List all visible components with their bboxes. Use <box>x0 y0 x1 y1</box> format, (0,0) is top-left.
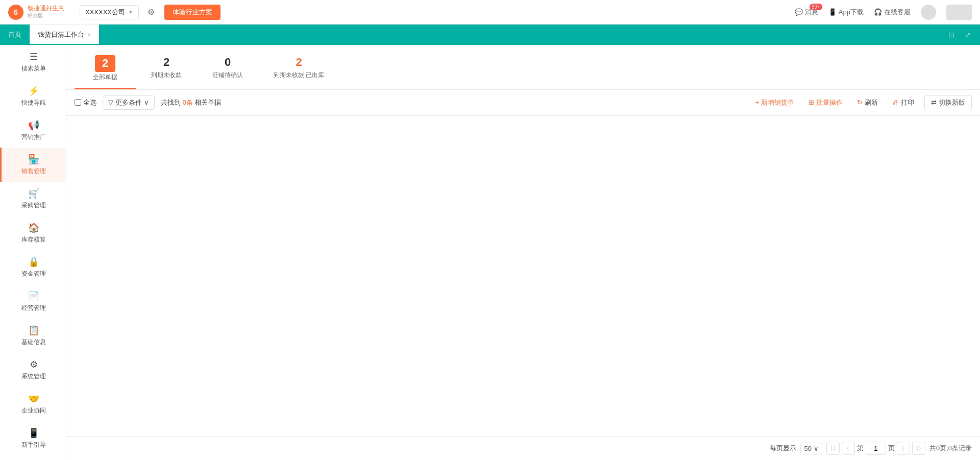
found-text: 共找到 0条 相关单据 <box>161 98 221 107</box>
sales-icon: 🏪 <box>28 154 39 165</box>
settings-icon[interactable]: ⚙ <box>143 4 159 20</box>
page-first-button[interactable]: ⟨⟨ <box>826 442 840 455</box>
sidebar-item-system[interactable]: ⚙ 系统管理 <box>0 353 66 387</box>
stat-label-all: 全部单据 <box>93 73 117 82</box>
sidebar-item-app-center[interactable]: 🎁 应用中心 <box>0 455 66 460</box>
refresh-button[interactable]: ↻ 刷新 <box>853 96 882 109</box>
app-icon: 📱 <box>828 8 837 16</box>
basic-info-icon: 📋 <box>28 325 39 336</box>
minimize-icon[interactable]: ⊡ <box>945 29 958 41</box>
batch-icon: ⊞ <box>808 99 814 106</box>
print-label: 打印 <box>901 98 914 107</box>
batch-operation-button[interactable]: ⊞ 批量操作 <box>804 96 847 109</box>
pagination: 每页显示 50 ∨ ⟨⟨ ⟨ 第 页 ⟩ ⟩⟩ 共0页,0条记录 <box>66 436 980 460</box>
tab-close-icon[interactable]: × <box>87 31 91 38</box>
logo-area: 6 畅捷通好生意 标准版 <box>8 5 75 20</box>
sidebar-label-search-menu: 搜索菜单 <box>21 64 46 73</box>
page-last-button[interactable]: ⟩⟩ <box>912 442 925 455</box>
stat-tab-all[interactable]: 2 全部单据 <box>75 51 136 89</box>
stat-num-shipped: 2 <box>296 55 302 70</box>
sidebar-item-marketing[interactable]: 📢 营销推广 <box>0 113 66 148</box>
filter-chevron-icon: ∨ <box>144 99 149 106</box>
logo-text: 畅捷通好生意 <box>28 5 64 13</box>
tab-active[interactable]: 钱货日清工作台 × <box>30 25 99 45</box>
stat-tab-shipped[interactable]: 2 到期未收款 已出库 <box>258 51 339 89</box>
sidebar-item-guide[interactable]: 📱 新手引导 <box>0 421 66 455</box>
page-next-button[interactable]: ⟩ <box>897 442 910 455</box>
total-info: 共0页,0条记录 <box>929 444 972 453</box>
tab-home[interactable]: 首页 <box>0 25 30 45</box>
sidebar-item-search-menu[interactable]: ☰ 搜索菜单 <box>0 45 66 79</box>
online-service-action[interactable]: 🎧 在线客服 <box>874 8 911 17</box>
maximize-icon[interactable]: ⤢ <box>962 29 974 41</box>
page-label: 页 <box>888 444 895 453</box>
refresh-icon: ↻ <box>857 99 863 106</box>
chevron-down-icon: ▼ <box>128 9 133 15</box>
service-icon: 🎧 <box>874 8 882 16</box>
system-icon: ⚙ <box>30 359 38 370</box>
app-download-action[interactable]: 📱 App下载 <box>828 8 864 17</box>
avatar-placeholder <box>946 5 972 20</box>
refresh-label: 刷新 <box>865 98 878 107</box>
found-count: 0条 <box>183 99 193 106</box>
top-header: 6 畅捷通好生意 标准版 XXXXXX公司 ▼ ⚙ 体验行业方案 💬 消息 99… <box>0 0 980 25</box>
page-first-label: 第 <box>857 444 864 453</box>
filter-button[interactable]: ▽ 更多条件 ∨ <box>103 95 155 110</box>
sidebar-item-finance[interactable]: 🔒 资金管理 <box>0 250 66 284</box>
toolbar-right: + 新增销货单 ⊞ 批量操作 ↻ 刷新 🖨 打印 ⇄ 切换新版 <box>751 95 972 110</box>
select-all-input[interactable] <box>75 99 81 106</box>
switch-icon: ⇄ <box>931 99 937 106</box>
logo-icon: 6 <box>8 5 23 20</box>
sidebar: ☰ 搜索菜单 ⚡ 快捷导航 📢 营销推广 🏪 销售管理 🛒 采购管理 🏠 库存核… <box>0 45 66 460</box>
switch-version-button[interactable]: ⇄ 切换新版 <box>924 95 972 110</box>
cooperation-icon: 🤝 <box>28 393 39 404</box>
found-suffix: 相关单据 <box>194 99 221 106</box>
stat-tab-overdue[interactable]: 2 到期未收款 <box>136 51 197 89</box>
print-button[interactable]: 🖨 打印 <box>888 96 918 109</box>
online-service-label: 在线客服 <box>884 8 911 17</box>
stat-tab-pending[interactable]: 0 旺铺待确认 <box>197 51 258 89</box>
add-sales-order-button[interactable]: + 新增销货单 <box>751 96 798 109</box>
sidebar-item-quick-nav[interactable]: ⚡ 快捷导航 <box>0 79 66 113</box>
page-size-select[interactable]: 50 ∨ <box>800 443 822 454</box>
batch-label: 批量操作 <box>816 98 843 107</box>
avatar[interactable] <box>921 5 936 20</box>
content-area: 2 全部单据 2 到期未收款 0 旺铺待确认 2 到期未收款 已出库 全选 <box>66 45 980 460</box>
sidebar-item-purchase[interactable]: 🛒 采购管理 <box>0 182 66 216</box>
filter-label: 更多条件 <box>115 98 142 107</box>
sidebar-item-basic-info[interactable]: 📋 基础信息 <box>0 319 66 353</box>
active-tab-label: 钱货日清工作台 <box>38 30 84 39</box>
page-prev-button[interactable]: ⟨ <box>842 442 855 455</box>
sidebar-label-cooperation: 企业协同 <box>21 406 46 415</box>
select-all-checkbox[interactable]: 全选 <box>75 98 96 107</box>
toolbar: 全选 ▽ 更多条件 ∨ 共找到 0条 相关单据 + 新增销货单 ⊞ 批量操作 ↻ <box>66 90 980 116</box>
page-size-value: 50 <box>804 445 811 452</box>
sidebar-label-sales: 销售管理 <box>21 167 46 176</box>
page-number-input[interactable] <box>866 442 886 455</box>
header-right: 💬 消息 99+ 📱 App下载 🎧 在线客服 <box>795 5 972 20</box>
found-prefix: 共找到 <box>161 99 181 106</box>
marketing-icon: 📢 <box>28 119 39 131</box>
stat-label-pending: 旺铺待确认 <box>212 71 243 80</box>
stat-label-overdue: 到期未收款 <box>151 71 182 80</box>
trial-button[interactable]: 体验行业方案 <box>164 5 220 20</box>
table-area <box>66 116 980 436</box>
sidebar-item-inventory[interactable]: 🏠 库存核算 <box>0 216 66 250</box>
sidebar-label-inventory: 库存核算 <box>21 235 46 244</box>
stat-num-all: 2 <box>95 55 115 72</box>
sidebar-item-sales[interactable]: 🏪 销售管理 <box>0 148 66 182</box>
switch-label: 切换新版 <box>939 98 965 107</box>
company-name: XXXXXX公司 <box>85 8 125 17</box>
sidebar-item-cooperation[interactable]: 🤝 企业协同 <box>0 387 66 421</box>
message-action[interactable]: 💬 消息 99+ <box>795 8 818 17</box>
sidebar-label-basic-info: 基础信息 <box>21 338 46 347</box>
sidebar-label-system: 系统管理 <box>21 372 46 381</box>
company-selector[interactable]: XXXXXX公司 ▼ <box>80 5 139 19</box>
message-badge: 99+ <box>810 4 822 10</box>
sidebar-label-marketing: 营销推广 <box>21 133 46 141</box>
message-icon: 💬 <box>795 8 803 16</box>
operations-icon: 📄 <box>28 290 39 302</box>
select-all-label: 全选 <box>83 98 96 107</box>
purchase-icon: 🛒 <box>28 188 39 199</box>
sidebar-item-operations[interactable]: 📄 经营管理 <box>0 284 66 319</box>
